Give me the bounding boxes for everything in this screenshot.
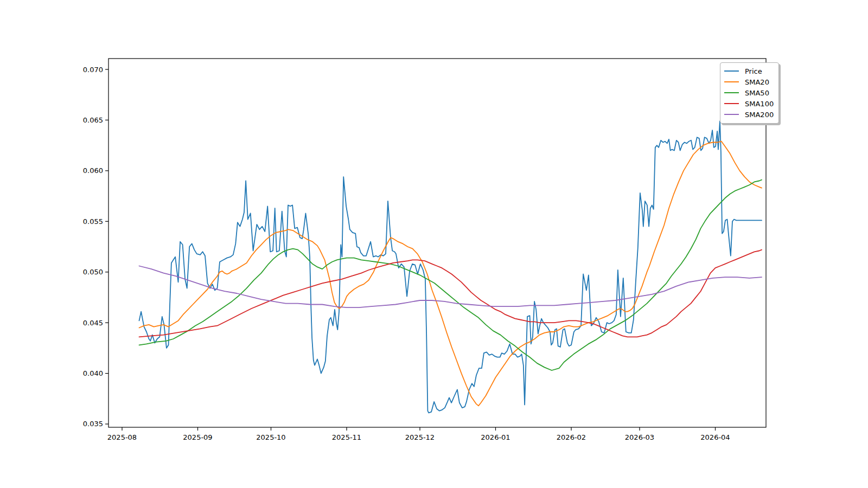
x-tick-label: 2026-03 (625, 433, 654, 441)
legend-item-sma50: SMA50 (724, 87, 774, 98)
legend-swatch-sma200 (724, 114, 739, 115)
axes-frame (108, 59, 766, 427)
figure-canvas: 0.0350.0400.0450.0500.0550.0600.0650.070… (0, 0, 868, 488)
y-tick-label: 0.040 (83, 369, 103, 377)
legend-swatch-sma100 (724, 103, 739, 104)
y-tick-label: 0.060 (83, 166, 103, 175)
x-tick-label: 2025-10 (256, 433, 285, 441)
legend-swatch-sma20 (724, 81, 739, 82)
series-price-line (139, 121, 762, 413)
x-tick-label: 2025-09 (183, 433, 212, 441)
legend-label: SMA20 (745, 78, 769, 86)
y-tick-label: 0.065 (83, 116, 103, 124)
y-tick-label: 0.055 (83, 217, 103, 226)
x-tick-label: 2026-01 (481, 433, 510, 441)
x-tick-label: 2025-08 (107, 433, 137, 441)
y-tick-label: 0.050 (83, 268, 103, 276)
legend-label: Price (745, 67, 762, 75)
series-sma50-line (139, 180, 762, 370)
x-tick-label: 2026-04 (700, 433, 730, 441)
legend-item-sma20: SMA20 (724, 76, 774, 87)
series-sma100-line (139, 250, 762, 337)
legend-label: SMA100 (745, 100, 774, 108)
legend-item-sma200: SMA200 (724, 109, 774, 120)
x-tick-label: 2025-12 (405, 433, 435, 441)
y-tick-label: 0.035 (83, 420, 103, 428)
legend-swatch-sma50 (724, 92, 739, 93)
x-tick-label: 2026-02 (557, 433, 586, 441)
legend-item-sma100: SMA100 (724, 98, 774, 109)
legend: PriceSMA20SMA50SMA100SMA200 (720, 62, 779, 124)
legend-swatch-price (724, 70, 739, 72)
legend-label: SMA200 (745, 111, 774, 119)
y-tick-label: 0.070 (83, 66, 103, 74)
x-tick-label: 2025-11 (332, 433, 361, 441)
legend-item-price: Price (724, 66, 774, 76)
y-tick-label: 0.045 (83, 319, 103, 327)
legend-label: SMA50 (745, 89, 769, 97)
